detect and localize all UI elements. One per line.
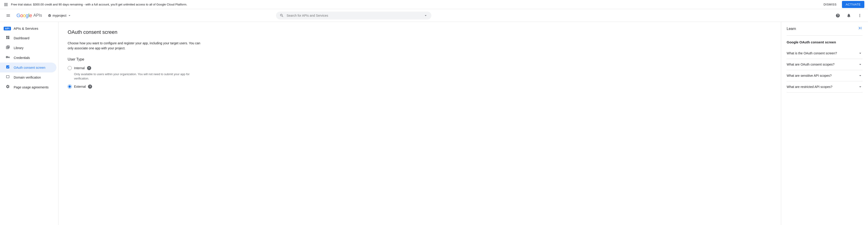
faq-chevron-1 [858,62,863,67]
learn-faq-item-2[interactable]: What are sensitive API scopes? [787,70,863,81]
project-dot-icon [48,13,52,18]
google-apis-logo[interactable]: Google APIs [17,12,42,19]
oauth-icon [5,65,10,70]
sidebar-item-library[interactable]: Library [0,43,56,53]
agreements-icon [5,85,10,90]
library-icon [5,45,10,51]
faq-chevron-0 [858,51,863,56]
svg-point-2 [50,15,51,15]
svg-point-0 [48,14,51,17]
header-right [833,11,864,20]
search-bar[interactable] [276,12,431,20]
header: Google APIs myproject [0,9,868,22]
description: Choose how you want to configure and reg… [68,41,205,51]
domain-icon [5,75,10,80]
project-selector[interactable]: myproject [46,12,73,19]
faq-question-3: What are restricted API scopes? [787,85,858,89]
search-input[interactable] [286,14,421,18]
faq-chevron-2 [858,73,863,78]
banner-text: Free trial status: $300.00 credit and 90… [11,3,187,6]
sidebar-item-credentials[interactable]: Credentials [0,53,56,63]
faq-chevron-3 [858,85,863,89]
internal-option-row: Internal ? Only available to users withi… [68,66,772,81]
learn-faq-item-3[interactable]: What are restricted API scopes? [787,81,863,93]
faq-question-1: What are OAuth consent scopes? [787,63,858,66]
google-wordmark: Google [17,12,32,19]
more-options-button[interactable] [855,11,864,20]
banner-right: DISMISS ACTIVATE [821,1,864,8]
sidebar-item-label: Library [14,46,24,50]
project-name: myproject [53,14,66,18]
hamburger-menu-button[interactable] [4,11,13,20]
dismiss-button[interactable]: DISMISS [821,1,839,7]
learn-header: Learn [787,26,863,36]
sidebar-item-domain-verification[interactable]: Domain verification [0,72,56,82]
external-option-row: External ? [68,85,772,89]
sidebar-item-label: Page usage agreements [14,86,49,89]
sidebar-title: APIs & Services [14,27,38,30]
learn-title: Learn [787,27,796,31]
internal-radio-option[interactable]: Internal ? [68,66,772,70]
learn-faq-item-1[interactable]: What are OAuth consent scopes? [787,59,863,70]
sidebar-item-dashboard[interactable]: Dashboard [0,33,56,43]
apis-text: APIs [33,13,42,18]
main-content: OAuth consent screen Choose how you want… [59,22,781,225]
sidebar-item-label: Domain verification [14,75,41,79]
internal-radio[interactable] [68,66,72,70]
project-dropdown-icon [67,13,71,18]
search-icon [280,13,284,18]
internal-description: Only available to users within your orga… [74,72,193,81]
sidebar-item-oauth-consent[interactable]: OAuth consent screen [0,63,56,72]
learn-panel: Learn Google OAuth consent screen What i… [781,22,868,225]
credentials-icon [5,55,10,60]
external-label[interactable]: External [74,85,86,88]
sidebar-item-page-usage[interactable]: Page usage agreements [0,82,56,92]
external-radio[interactable] [68,85,72,89]
help-button[interactable] [833,11,842,20]
page-title: OAuth consent screen [68,29,772,35]
api-badge: API [4,27,11,30]
learn-faq-item-0[interactable]: What is the OAuth consent screen? [787,48,863,59]
sidebar-item-label: Credentials [14,56,30,60]
external-help-icon[interactable]: ? [88,85,92,89]
banner-left: Free trial status: $300.00 credit and 90… [4,2,187,7]
internal-label[interactable]: Internal [74,66,85,70]
user-type-label: User Type [68,57,772,61]
main-layout: API APIs & Services Dashboard Library [0,22,868,225]
notifications-button[interactable] [844,11,854,20]
faq-question-2: What are sensitive API scopes? [787,74,858,77]
external-radio-option[interactable]: External ? [68,85,772,89]
svg-point-1 [49,15,49,15]
sidebar-header: API APIs & Services [0,24,58,33]
learn-collapse-button[interactable] [858,26,863,32]
svg-point-3 [49,15,50,16]
sidebar-item-label: Dashboard [14,36,29,40]
learn-section-title: Google OAuth consent screen [787,40,863,44]
dashboard-icon [5,35,10,41]
faq-question-0: What is the OAuth consent screen? [787,52,858,55]
internal-help-icon[interactable]: ? [87,66,91,70]
search-expand-icon [424,13,428,18]
apps-grid-icon[interactable] [4,2,8,7]
sidebar: API APIs & Services Dashboard Library [0,22,59,225]
content-area: OAuth consent screen Choose how you want… [59,22,868,225]
activate-button[interactable]: ACTIVATE [842,1,864,8]
top-banner: Free trial status: $300.00 credit and 90… [0,0,868,9]
sidebar-item-label: OAuth consent screen [14,66,45,69]
